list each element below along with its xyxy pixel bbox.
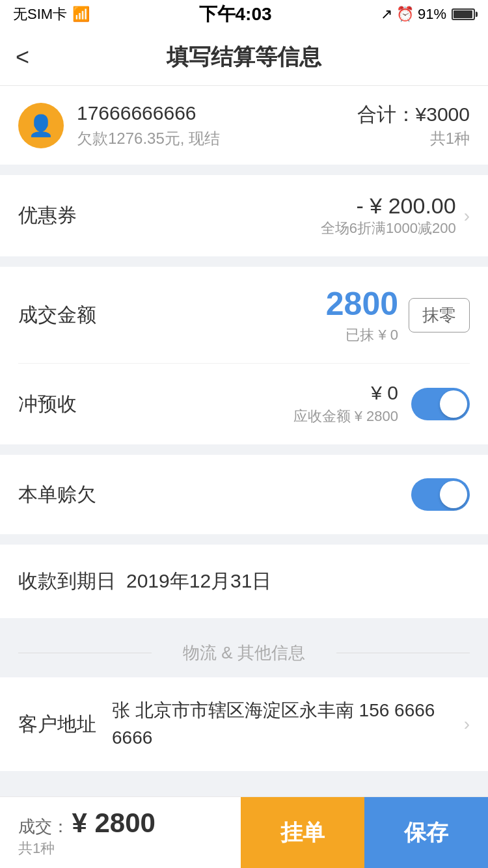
battery-percent: 91% — [418, 6, 446, 23]
coupon-row[interactable]: 优惠券 - ¥ 200.00 全场6折满1000减200 › — [0, 175, 488, 256]
total-count: 共1种 — [357, 128, 470, 149]
status-bar: 无SIM卡 📶 下午4:03 ↗ ⏰ 91% — [0, 0, 488, 29]
deal-amount-label: 成交金额 — [18, 302, 96, 329]
wifi-icon: 📶 — [72, 6, 90, 23]
coupon-value-wrap: - ¥ 200.00 全场6折满1000减200 — [321, 193, 456, 238]
coupon-discount: - ¥ 200.00 — [321, 193, 456, 219]
coupon-right: - ¥ 200.00 全场6折满1000减200 › — [321, 193, 470, 238]
bottom-count: 共1种 — [18, 839, 223, 858]
due-date-section: 收款到期日 2019年12月31日 — [0, 545, 488, 618]
bottom-amount: ¥ 2800 — [72, 807, 155, 838]
battery-icon — [452, 8, 475, 20]
round-down-button[interactable]: 抹零 — [409, 298, 470, 332]
status-time: 下午4:03 — [199, 2, 272, 27]
divider-label: 物流 & 其他信息 — [183, 642, 305, 664]
bottom-deal-label: 成交： — [18, 817, 69, 836]
prepay-label: 冲预收 — [18, 391, 77, 418]
status-left: 无SIM卡 📶 — [13, 5, 90, 24]
coupon-label: 优惠券 — [18, 202, 77, 229]
deal-amount-value: 2800 — [326, 285, 398, 323]
chevron-right-icon: › — [464, 206, 470, 226]
divider-line-left — [18, 653, 152, 653]
sim-status: 无SIM卡 — [13, 5, 67, 24]
save-button[interactable]: 保存 — [364, 797, 488, 869]
main-content: 👤 17666666666 欠款1276.35元, 现结 合计：¥3000 共1… — [0, 86, 488, 868]
address-chevron-icon: › — [464, 714, 470, 735]
prepay-toggle[interactable] — [411, 388, 470, 420]
deferred-section: 本单赊欠 — [0, 455, 488, 534]
customer-info: 17666666666 欠款1276.35元, 现结 — [77, 102, 220, 149]
deal-amount-row: 成交金额 2800 已抹 ¥ 0 抹零 — [18, 267, 470, 364]
due-date-label: 收款到期日 — [18, 568, 116, 595]
address-section: 客户地址 张 北京市市辖区海淀区永丰南 156 6666 6666 › — [0, 677, 488, 771]
toggle-thumb — [440, 390, 467, 418]
coupon-subtext: 全场6折满1000减200 — [321, 219, 456, 238]
prepay-wrap: ¥ 0 应收金额 ¥ 2800 — [293, 382, 398, 426]
customer-right: 合计：¥3000 共1种 — [357, 102, 470, 149]
status-right: ↗ ⏰ 91% — [381, 6, 475, 23]
total-label: 合计：¥3000 — [357, 102, 470, 128]
deferred-toggle-thumb — [440, 481, 467, 508]
bottom-summary: 成交： ¥ 2800 共1种 — [0, 807, 241, 858]
address-value: 张 北京市市辖区海淀区永丰南 156 6666 6666 — [112, 697, 459, 752]
address-row[interactable]: 客户地址 张 北京市市辖区海淀区永丰南 156 6666 6666 › — [18, 677, 470, 771]
due-date-value: 2019年12月31日 — [126, 568, 271, 595]
deal-amount-sub: 已抹 ¥ 0 — [326, 325, 398, 345]
divider-line-right — [336, 653, 470, 653]
hold-button[interactable]: 挂单 — [241, 797, 364, 869]
amount-wrap: 2800 已抹 ¥ 0 — [326, 285, 398, 345]
deal-amount-right: 2800 已抹 ¥ 0 抹零 — [326, 285, 470, 345]
bottom-deal-row: 成交： ¥ 2800 — [18, 807, 223, 839]
address-label: 客户地址 — [18, 711, 96, 738]
avatar-icon: 👤 — [28, 113, 54, 138]
location-icon: ↗ — [381, 6, 392, 23]
alarm-icon: ⏰ — [396, 6, 414, 23]
bottom-bar: 成交： ¥ 2800 共1种 挂单 保存 — [0, 796, 488, 868]
customer-left: 👤 17666666666 欠款1276.35元, 现结 — [18, 102, 220, 149]
customer-row: 👤 17666666666 欠款1276.35元, 现结 合计：¥3000 共1… — [0, 86, 488, 165]
page-title: 填写结算等信息 — [167, 42, 321, 72]
back-button[interactable]: < — [16, 44, 29, 71]
deferred-label: 本单赊欠 — [18, 481, 96, 508]
due-date-row: 收款到期日 2019年12月31日 — [18, 545, 470, 618]
deferred-toggle[interactable] — [411, 478, 470, 511]
prepay-value: ¥ 0 — [293, 382, 398, 404]
nav-bar: < 填写结算等信息 — [0, 29, 488, 86]
prepay-sub: 应收金额 ¥ 2800 — [293, 407, 398, 426]
prepay-right: ¥ 0 应收金额 ¥ 2800 — [293, 382, 470, 426]
customer-subtext: 欠款1276.35元, 现结 — [77, 128, 220, 149]
coupon-section: 优惠券 - ¥ 200.00 全场6折满1000减200 › — [0, 175, 488, 256]
customer-phone: 17666666666 — [77, 102, 220, 124]
avatar: 👤 — [18, 103, 64, 148]
deferred-row: 本单赊欠 — [18, 455, 470, 534]
prepay-row: 冲预收 ¥ 0 应收金额 ¥ 2800 — [18, 364, 470, 444]
section-divider: 物流 & 其他信息 — [0, 629, 488, 677]
address-right: 张 北京市市辖区海淀区永丰南 156 6666 6666 › — [112, 697, 470, 752]
amount-section: 成交金额 2800 已抹 ¥ 0 抹零 冲预收 ¥ 0 应收金额 ¥ 2800 — [0, 267, 488, 444]
